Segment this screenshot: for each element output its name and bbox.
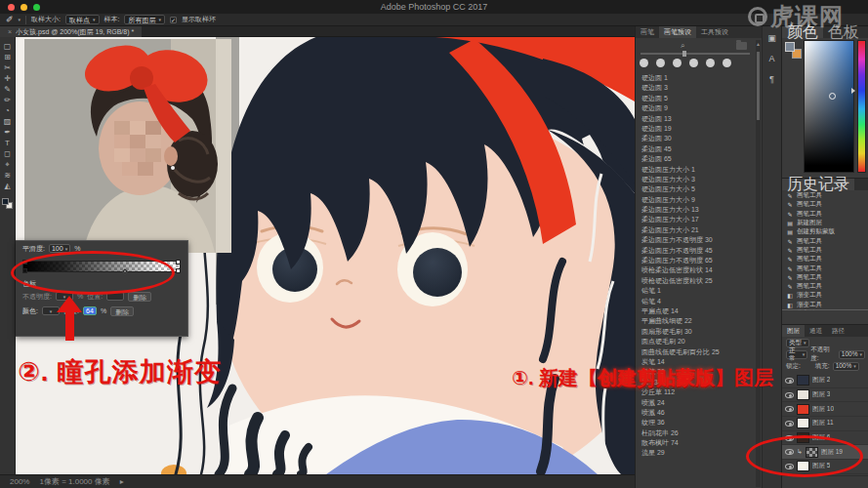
brush-preset-item[interactable]: 圆扇形硬毛刷 30	[636, 327, 757, 337]
layer-visibility-eye-icon[interactable]	[785, 406, 794, 412]
brush-preset-item[interactable]: 圆曲线低硬毛刷百分比 25	[636, 347, 757, 357]
tool-button[interactable]: ✂	[2, 62, 14, 73]
layer-visibility-eye-icon[interactable]	[785, 392, 794, 398]
history-state[interactable]: 载入选区	[782, 309, 868, 310]
tool-button[interactable]: ▨	[2, 116, 14, 127]
tool-button[interactable]: ⊞	[2, 52, 14, 62]
document-tab[interactable]: × 小女孩.psd @ 200%(图层 19, RGB/8) *	[0, 26, 142, 37]
brush-preset-item[interactable]: 柔边圆压力大小 17	[636, 215, 757, 224]
color-cursor[interactable]	[829, 93, 836, 100]
color-stop[interactable]	[176, 268, 181, 273]
hue-slider[interactable]	[857, 40, 866, 173]
brush-preset-item[interactable]: 柔边圆压力不透明度 45	[636, 246, 757, 256]
history-state[interactable]: 渐变工具	[782, 301, 868, 309]
sample-size-dropdown[interactable]: 取样点▾	[65, 15, 100, 24]
brush-preset-item[interactable]: 柔边圆 30	[636, 134, 757, 143]
brush-preset-item[interactable]: 硬边圆 1	[636, 73, 757, 83]
brush-preset-item[interactable]: 平扁曲线细硬 22	[636, 316, 757, 326]
tool-button[interactable]: ▢	[2, 41, 14, 52]
brush-preset-item[interactable]: 散布枫叶 74	[636, 438, 757, 448]
layer-row[interactable]: ↳ 图层 2	[782, 374, 868, 388]
brush-preset-item[interactable]: 喷枪硬边低密度粒状 25	[636, 276, 757, 286]
brush-preset-item[interactable]: 喷枪柔边低密度粒状 14	[636, 265, 757, 275]
history-state[interactable]: 画笔工具	[782, 200, 868, 209]
delete-stop-button[interactable]: 删除	[110, 306, 134, 316]
tool-button[interactable]: ✎	[2, 84, 14, 95]
layer-visibility-eye-icon[interactable]	[785, 421, 794, 427]
layer-thumbnail[interactable]	[797, 404, 809, 415]
tool-button[interactable]: T	[2, 138, 14, 148]
foreground-background-swatches[interactable]	[2, 198, 14, 210]
stop-location-input[interactable]: 64	[83, 306, 97, 315]
layer-thumbnail[interactable]	[797, 389, 809, 400]
brush-preset-item[interactable]: 柔边圆压力不透明度 65	[636, 256, 757, 265]
layer-thumbnail[interactable]	[797, 375, 809, 386]
brush-preset-item[interactable]: 铅笔 1	[636, 286, 757, 296]
opacity-stop[interactable]	[176, 260, 181, 264]
panel-tab[interactable]: 画笔预设	[659, 26, 696, 38]
tool-button[interactable]: ◔	[2, 105, 14, 116]
panel-tab[interactable]: 图层	[782, 325, 805, 337]
brush-preset-item[interactable]: 柔边圆压力不透明度 30	[636, 235, 757, 245]
tool-button[interactable]: ◭	[2, 181, 14, 191]
fill-input[interactable]: 100%▾	[833, 362, 859, 371]
brush-tip-icon[interactable]	[656, 59, 665, 67]
sample-dropdown[interactable]: 所有图层▾	[124, 15, 165, 24]
foreground-color-swatch[interactable]	[785, 42, 795, 52]
brush-preset-item[interactable]: 流星 29	[636, 448, 757, 458]
layer-row[interactable]: ↳ 图层 10	[782, 402, 868, 417]
layer-row[interactable]: ↳ 图层 11	[782, 417, 868, 431]
layer-visibility-eye-icon[interactable]	[785, 378, 794, 384]
show-ring-checkbox[interactable]: ✓	[170, 17, 177, 23]
brush-preset-item[interactable]: 硬边圆压力大小 1	[636, 165, 757, 175]
status-chevron-icon[interactable]: ▸	[120, 477, 124, 486]
saturation-brightness-field[interactable]	[804, 40, 854, 173]
brush-preset-item[interactable]: 喷溅 46	[636, 408, 757, 418]
eyedropper-tool-icon[interactable]: ✐	[6, 15, 14, 24]
history-state[interactable]: 画笔工具	[782, 236, 868, 245]
layer-thumbnail[interactable]	[797, 418, 809, 428]
brush-preset-item[interactable]: 硬边圆压力大小 5	[636, 184, 757, 194]
collapsed-panel-icon[interactable]: A	[765, 53, 779, 64]
brush-preset-item[interactable]: 硬边圆压力大小 3	[636, 175, 757, 184]
history-state[interactable]: 画笔工具	[782, 246, 868, 255]
history-state[interactable]: 画笔工具	[782, 282, 868, 291]
layer-name[interactable]: 图层 11	[812, 419, 834, 427]
history-state[interactable]: 画笔工具	[782, 191, 868, 200]
search-icon[interactable]: ⌕	[681, 41, 684, 51]
delete-stop-button[interactable]: 删除	[128, 292, 151, 302]
brush-tip-icon[interactable]	[706, 59, 715, 67]
layer-name[interactable]: 图层 2	[812, 376, 830, 385]
panel-tab-history[interactable]: 历史记录	[782, 179, 854, 190]
brush-size-slider[interactable]	[641, 53, 750, 55]
brush-preset-item[interactable]: 柔边圆 65	[636, 154, 757, 164]
brush-preset-item[interactable]: 硬边圆 9	[636, 103, 757, 113]
history-state[interactable]: 画笔工具	[782, 255, 868, 264]
brush-preset-item[interactable]: 柔边圆压力大小 13	[636, 205, 757, 215]
blend-mode-dropdown[interactable]: 正常▾	[786, 350, 807, 359]
scrollbar[interactable]: ▲	[756, 40, 761, 487]
history-state[interactable]: 画笔工具	[782, 264, 868, 272]
tool-button[interactable]: ≋	[2, 170, 14, 181]
tool-preset-caret-icon[interactable]: ▾	[19, 17, 21, 22]
panel-tab[interactable]: 路径	[827, 325, 849, 337]
history-state[interactable]: 画笔工具	[782, 210, 868, 219]
zoom-level[interactable]: 200%	[10, 477, 29, 486]
panel-tab[interactable]: 通道	[805, 325, 827, 337]
brush-tip-icon[interactable]	[723, 59, 731, 67]
collapsed-panel-icon[interactable]: ▣	[765, 32, 779, 44]
layer-name[interactable]: 图层 3	[812, 390, 830, 399]
panel-tab[interactable]: 画笔	[636, 26, 659, 38]
brush-preset-item[interactable]: 平扁点硬 14	[636, 306, 757, 316]
brush-preset-item[interactable]: 喷溅 24	[636, 398, 757, 408]
history-state[interactable]: 渐变工具	[782, 291, 868, 300]
new-group-folder-icon[interactable]	[736, 42, 747, 50]
opacity-input[interactable]: 100%▾	[839, 350, 865, 359]
brush-preset-item[interactable]: 杜鹃花串 26	[636, 428, 757, 438]
brush-preset-item[interactable]: 硬边圆 19	[636, 124, 757, 134]
brush-preset-item[interactable]: 硬边圆 3	[636, 83, 757, 93]
brush-preset-item[interactable]: 硬边圆 5	[636, 94, 757, 103]
foreground-color-swatch[interactable]	[2, 198, 9, 205]
brush-preset-item[interactable]: 硬边圆压力大小 9	[636, 195, 757, 205]
layer-row[interactable]: ↳ 图层 3	[782, 388, 868, 403]
